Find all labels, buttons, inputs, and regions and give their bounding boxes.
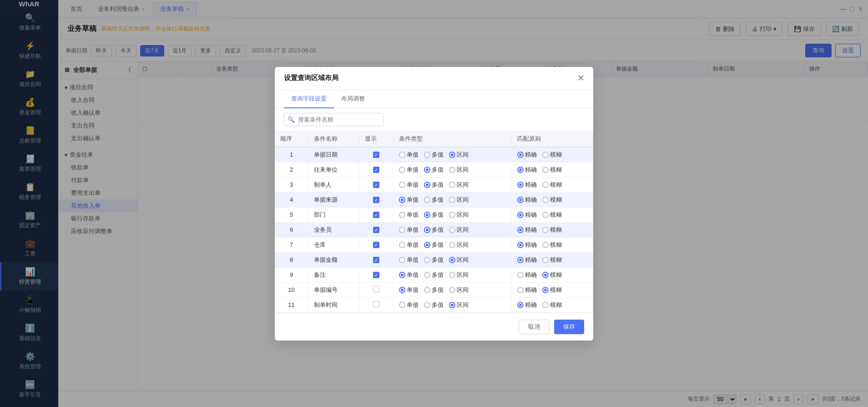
- row-display[interactable]: [359, 282, 393, 297]
- type-radio-区间[interactable]: 区间: [449, 151, 469, 159]
- match-radio-模糊[interactable]: 模糊: [542, 181, 562, 189]
- type-radio-多值[interactable]: 多值: [424, 181, 444, 189]
- row-display[interactable]: ✓: [359, 222, 393, 237]
- display-checkbox[interactable]: ✓: [373, 196, 379, 203]
- modal-close-button[interactable]: ✕: [577, 73, 584, 83]
- display-checkbox[interactable]: ✓: [373, 166, 379, 173]
- match-radio-模糊[interactable]: 模糊: [542, 226, 562, 234]
- match-radio-模糊[interactable]: 模糊: [542, 166, 562, 174]
- type-radio-区间[interactable]: 区间: [449, 301, 469, 309]
- type-radio-多值[interactable]: 多值: [424, 256, 444, 264]
- row-display[interactable]: ✓: [359, 177, 393, 192]
- row-display[interactable]: ✓: [359, 147, 393, 163]
- type-radio-区间[interactable]: 区间: [449, 166, 469, 174]
- type-radio-单值[interactable]: 单值: [399, 286, 419, 294]
- display-checkbox[interactable]: [373, 302, 379, 309]
- match-radio-模糊[interactable]: 模糊: [542, 286, 562, 294]
- row-name: 备注: [308, 267, 359, 282]
- match-radio-精确[interactable]: 精确: [517, 301, 537, 309]
- row-type: 单值多值区间: [393, 147, 511, 163]
- row-match: 精确模糊: [511, 252, 593, 267]
- modal-save-button[interactable]: 保存: [554, 320, 584, 334]
- row-name: 单据编号: [308, 282, 359, 297]
- match-radio-模糊[interactable]: 模糊: [542, 151, 562, 159]
- cancel-button[interactable]: 取消: [519, 320, 550, 334]
- modal-tab-field-settings[interactable]: 查询字段设置: [284, 90, 334, 108]
- type-radio-单值[interactable]: 单值: [399, 271, 419, 279]
- type-radio-多值[interactable]: 多值: [424, 241, 444, 249]
- type-radio-单值[interactable]: 单值: [399, 301, 419, 309]
- match-radio-模糊[interactable]: 模糊: [542, 301, 562, 309]
- match-radio-精确[interactable]: 精确: [517, 241, 537, 249]
- modal-overlay: 设置查询区域布局 ✕ 查询字段设置 布局调整 🔍 顺序 条件名称 显示: [0, 0, 868, 407]
- type-radio-区间[interactable]: 区间: [449, 271, 469, 279]
- match-radio-精确[interactable]: 精确: [517, 151, 537, 159]
- config-row: 6业务员✓单值多值区间精确模糊: [275, 222, 593, 237]
- match-radio-模糊[interactable]: 模糊: [542, 271, 562, 279]
- match-radio-精确[interactable]: 精确: [517, 226, 537, 234]
- row-display[interactable]: ✓: [359, 267, 393, 282]
- type-radio-区间[interactable]: 区间: [449, 241, 469, 249]
- row-display[interactable]: ✓: [359, 192, 393, 207]
- type-radio-单值[interactable]: 单值: [399, 211, 419, 219]
- type-radio-单值[interactable]: 单值: [399, 226, 419, 234]
- match-radio-精确[interactable]: 精确: [517, 286, 537, 294]
- type-radio-多值[interactable]: 多值: [424, 211, 444, 219]
- row-display[interactable]: ✓: [359, 162, 393, 177]
- type-radio-区间[interactable]: 区间: [449, 226, 469, 234]
- row-match: 精确模糊: [511, 222, 593, 237]
- type-radio-单值[interactable]: 单值: [399, 256, 419, 264]
- match-radio-精确[interactable]: 精确: [517, 196, 537, 204]
- display-checkbox[interactable]: ✓: [373, 241, 379, 248]
- match-radio-模糊[interactable]: 模糊: [542, 241, 562, 249]
- type-radio-多值[interactable]: 多值: [424, 286, 444, 294]
- type-radio-区间[interactable]: 区间: [449, 211, 469, 219]
- config-table: 顺序 条件名称 显示 条件类型 匹配原则 1单据日期✓单值多值区间精确模糊2往来…: [275, 131, 593, 313]
- match-radio-精确[interactable]: 精确: [517, 166, 537, 174]
- row-type: 单值多值区间: [393, 192, 511, 207]
- display-checkbox[interactable]: ✓: [373, 211, 379, 218]
- type-radio-单值[interactable]: 单值: [399, 151, 419, 159]
- display-checkbox[interactable]: ✓: [373, 256, 379, 263]
- match-radio-精确[interactable]: 精确: [517, 181, 537, 189]
- row-order: 4: [275, 192, 308, 207]
- row-order: 11: [275, 297, 308, 312]
- row-display[interactable]: ✓: [359, 237, 393, 252]
- row-display[interactable]: ✓: [359, 207, 393, 222]
- type-radio-多值[interactable]: 多值: [424, 226, 444, 234]
- type-radio-多值[interactable]: 多值: [424, 301, 444, 309]
- type-radio-多值[interactable]: 多值: [424, 151, 444, 159]
- display-checkbox[interactable]: ✓: [373, 181, 379, 188]
- modal-footer: 取消 保存: [275, 313, 593, 341]
- type-radio-区间[interactable]: 区间: [449, 286, 469, 294]
- type-radio-多值[interactable]: 多值: [424, 196, 444, 204]
- match-radio-模糊[interactable]: 模糊: [542, 211, 562, 219]
- row-type: 单值多值区间: [393, 282, 511, 297]
- display-checkbox[interactable]: ✓: [373, 271, 379, 278]
- type-radio-单值[interactable]: 单值: [399, 196, 419, 204]
- row-match: 精确模糊: [511, 237, 593, 252]
- row-display[interactable]: [359, 297, 393, 312]
- type-radio-区间[interactable]: 区间: [449, 181, 469, 189]
- display-checkbox[interactable]: ✓: [373, 226, 379, 233]
- match-radio-精确[interactable]: 精确: [517, 271, 537, 279]
- type-radio-单值[interactable]: 单值: [399, 166, 419, 174]
- match-radio-精确[interactable]: 精确: [517, 256, 537, 264]
- row-display[interactable]: ✓: [359, 252, 393, 267]
- type-radio-区间[interactable]: 区间: [449, 256, 469, 264]
- type-radio-单值[interactable]: 单值: [399, 241, 419, 249]
- col-match: 匹配原则: [511, 131, 593, 147]
- type-radio-多值[interactable]: 多值: [424, 166, 444, 174]
- type-radio-单值[interactable]: 单值: [399, 181, 419, 189]
- display-checkbox[interactable]: [373, 287, 379, 294]
- match-radio-模糊[interactable]: 模糊: [542, 196, 562, 204]
- match-radio-精确[interactable]: 精确: [517, 211, 537, 219]
- modal-tab-layout-adjust[interactable]: 布局调整: [334, 90, 372, 108]
- match-radio-模糊[interactable]: 模糊: [542, 256, 562, 264]
- row-match: 精确模糊: [511, 177, 593, 192]
- display-checkbox[interactable]: ✓: [373, 151, 379, 158]
- row-match: 精确模糊: [511, 162, 593, 177]
- modal-search-input[interactable]: [284, 113, 384, 126]
- type-radio-区间[interactable]: 区间: [449, 196, 469, 204]
- type-radio-多值[interactable]: 多值: [424, 271, 444, 279]
